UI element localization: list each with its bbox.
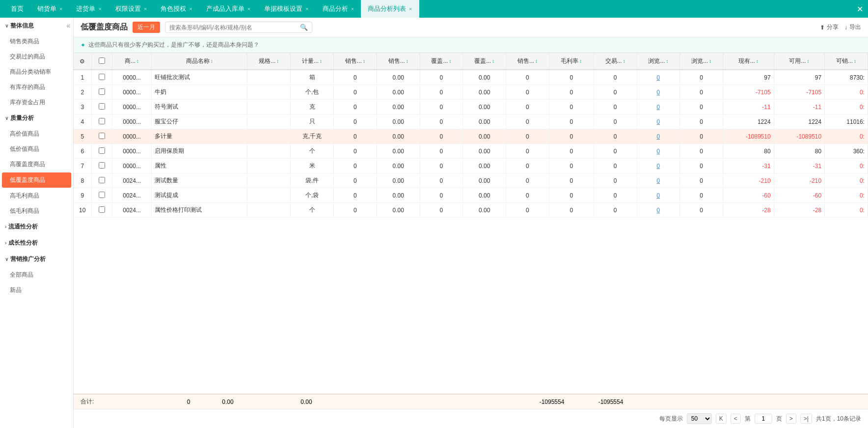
row-browse-a[interactable]: 0 [637, 129, 680, 144]
row-checkbox[interactable] [91, 70, 112, 85]
sidebar-collapse-button[interactable]: « [66, 22, 70, 29]
th-sales-amt[interactable]: 销售...↕ [377, 53, 420, 70]
sidebar-item-in-stock[interactable]: 有库存的商品 [0, 80, 73, 95]
select-all-checkbox[interactable] [99, 57, 105, 64]
sidebar-item-capital-usage[interactable]: 库存资金占用 [0, 95, 73, 110]
th-sales-qty[interactable]: 销售...↕ [333, 53, 377, 70]
th-settings[interactable]: ⚙ [74, 53, 91, 70]
th-cov-a[interactable]: 覆盖...↕ [420, 53, 463, 70]
row-unit: 米 [291, 159, 334, 173]
th-transaction[interactable]: 交易...↕ [594, 53, 637, 70]
row-browse-a[interactable]: 0 [637, 144, 680, 159]
share-button[interactable]: ⬆ 分享 [820, 23, 839, 31]
row-cov-b: 0.00 [463, 144, 506, 159]
row-available: -11 [774, 100, 825, 114]
data-table-wrapper[interactable]: ⚙ 商...↕ 商品名称↕ 规格...↕ 计量...↕ 销售...↕ 销售...… [74, 53, 868, 394]
sidebar-item-high-profit[interactable]: 高毛利商品 [0, 188, 73, 203]
th-gross-rate[interactable]: 毛利率↕ [549, 53, 594, 70]
th-spec[interactable]: 规格...↕ [247, 53, 291, 70]
row-checkbox[interactable] [91, 114, 112, 129]
nav-tab-products-in[interactable]: 产成品入库单 × [199, 0, 257, 18]
prev-page-button[interactable]: < [731, 414, 741, 424]
sidebar-section-flow[interactable]: › 流通性分析 [0, 219, 73, 235]
row-sales-qty: 0 [333, 100, 377, 114]
close-purchase-icon[interactable]: × [98, 6, 101, 12]
sidebar-section-growth[interactable]: › 成长性分析 [0, 235, 73, 251]
close-all-button[interactable]: ✕ [857, 4, 863, 14]
row-cov-b: 0.00 [463, 203, 506, 218]
nav-tab-home[interactable]: 首页 [4, 0, 30, 18]
th-code[interactable]: 商...↕ [112, 53, 152, 70]
sidebar-item-low-coverage[interactable]: 低覆盖度商品 [2, 172, 71, 188]
total-row: 合计: 0 0.00 0.00 -1095554 -1095554 [74, 394, 868, 409]
row-checkbox[interactable] [91, 85, 112, 100]
th-cov-b[interactable]: 覆盖...↕ [463, 53, 506, 70]
th-unit[interactable]: 计量...↕ [291, 53, 334, 70]
row-browse-a[interactable]: 0 [637, 173, 680, 188]
row-checkbox[interactable] [91, 203, 112, 218]
export-button[interactable]: ↓ 导出 [844, 23, 861, 31]
row-browse-a[interactable]: 0 [637, 159, 680, 173]
nav-tab-analysis-list[interactable]: 商品分析列表 × [361, 0, 419, 18]
row-browse-a[interactable]: 0 [637, 70, 680, 85]
section-arrow-marketing: ∨ [5, 257, 8, 262]
close-roles-icon[interactable]: × [189, 6, 192, 12]
row-checkbox[interactable] [91, 188, 112, 203]
row-browse-a[interactable]: 0 [637, 114, 680, 129]
sidebar-section-marketing[interactable]: ∨ 营销推广分析 [0, 251, 73, 267]
sidebar-item-traded-goods[interactable]: 交易过的商品 [0, 49, 73, 64]
first-page-button[interactable]: K [716, 414, 727, 424]
period-button[interactable]: 近一月 [133, 22, 160, 33]
th-sellable[interactable]: 可销...↕ [825, 53, 868, 70]
row-checkbox[interactable] [91, 159, 112, 173]
sidebar-section-overall[interactable]: ∨ 整体信息 [0, 18, 73, 34]
close-sales-icon[interactable]: × [59, 6, 62, 12]
sidebar-item-high-coverage[interactable]: 高覆盖度商品 [0, 157, 73, 172]
search-input[interactable] [169, 24, 300, 31]
page-number-input[interactable] [755, 414, 772, 424]
th-name[interactable]: 商品名称↕ [152, 53, 247, 70]
row-transaction: 0 [594, 188, 637, 203]
nav-tab-template[interactable]: 单据模板设置 × [257, 0, 315, 18]
row-checkbox[interactable] [91, 129, 112, 144]
th-sales-c[interactable]: 销售...↕ [506, 53, 549, 70]
sidebar-item-activity-rate[interactable]: 商品分类动销率 [0, 64, 73, 80]
row-sellable: 0: [825, 173, 868, 188]
last-page-button[interactable]: >| [800, 414, 812, 424]
nav-tab-roles[interactable]: 角色授权 × [154, 0, 199, 18]
sidebar-section-quality[interactable]: ∨ 质量分析 [0, 110, 73, 126]
sidebar-item-low-value[interactable]: 低价值商品 [0, 142, 73, 157]
nav-tab-analysis[interactable]: 商品分析 × [316, 0, 361, 18]
close-permissions-icon[interactable]: × [144, 6, 147, 12]
row-browse-a[interactable]: 0 [637, 85, 680, 100]
nav-tab-purchase[interactable]: 进货单 × [69, 0, 108, 18]
th-current[interactable]: 现有...↕ [723, 53, 774, 70]
th-browse-a[interactable]: 浏览...↕ [637, 53, 680, 70]
th-available[interactable]: 可用...↕ [774, 53, 825, 70]
close-analysis-icon[interactable]: × [351, 6, 354, 12]
nav-tab-sales[interactable]: 销货单 × [30, 0, 69, 18]
page-size-select[interactable]: 50 20 100 200 [687, 413, 712, 424]
row-browse-b: 0 [680, 188, 723, 203]
th-checkbox[interactable] [91, 53, 112, 70]
sidebar-item-low-profit[interactable]: 低毛利商品 [0, 203, 73, 219]
row-browse-a[interactable]: 0 [637, 100, 680, 114]
row-browse-a[interactable]: 0 [637, 188, 680, 203]
sidebar-item-sales-goods[interactable]: 销售类商品 [0, 34, 73, 49]
next-page-button[interactable]: > [786, 414, 796, 424]
row-spec [247, 159, 291, 173]
close-template-icon[interactable]: × [305, 6, 308, 12]
close-analysis-list-icon[interactable]: × [409, 6, 412, 12]
nav-tab-permissions[interactable]: 权限设置 × [108, 0, 154, 18]
row-checkbox[interactable] [91, 144, 112, 159]
sidebar-item-new-goods[interactable]: 新品 [0, 283, 73, 298]
sidebar-item-high-value[interactable]: 高价值商品 [0, 126, 73, 142]
sidebar-item-all-goods[interactable]: 全部商品 [0, 267, 73, 283]
row-checkbox[interactable] [91, 173, 112, 188]
th-browse-b[interactable]: 浏览...↕ [680, 53, 723, 70]
row-checkbox[interactable] [91, 100, 112, 114]
row-browse-a[interactable]: 0 [637, 203, 680, 218]
export-icon: ↓ [844, 24, 847, 31]
row-current: -7105 [723, 85, 774, 100]
close-products-in-icon[interactable]: × [247, 6, 250, 12]
